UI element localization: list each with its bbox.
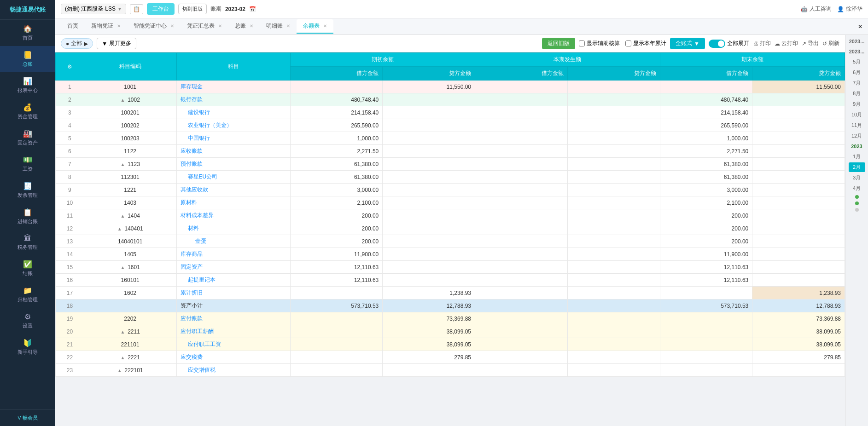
subject-link[interactable]: 银行存款 bbox=[181, 96, 203, 103]
close-voucher-summary-icon[interactable]: ✕ bbox=[218, 23, 222, 29]
ai-consult-button[interactable]: 🤖 人工咨询 bbox=[801, 5, 832, 13]
row-subject[interactable]: 库存商品 bbox=[176, 248, 290, 261]
month-5-button[interactable]: 5月 bbox=[849, 57, 865, 67]
subject-link[interactable]: 其他应收款 bbox=[181, 186, 208, 193]
print-button[interactable]: 🖨 打印 bbox=[753, 40, 771, 47]
row-subject[interactable]: 起提里记本 bbox=[176, 274, 290, 287]
sidebar-item-reports[interactable]: 📊 报表中心 bbox=[0, 72, 55, 98]
row-subject[interactable]: 应付职工薪酬 bbox=[176, 325, 290, 338]
row-subject[interactable]: 中国银行 bbox=[176, 132, 290, 145]
subject-link[interactable]: 应付职工薪酬 bbox=[181, 328, 214, 334]
toggle-expand-group[interactable]: 全部展开 bbox=[709, 40, 749, 48]
row-subject[interactable]: 应交增值税 bbox=[176, 364, 290, 377]
close-balance-icon[interactable]: ✕ bbox=[323, 23, 327, 29]
sidebar-item-ledger[interactable]: 📒 总账 bbox=[0, 46, 55, 72]
month-12-button[interactable]: 12月 bbox=[849, 131, 865, 141]
subject-link[interactable]: 应收账款 bbox=[181, 148, 203, 154]
filter-all-tag[interactable]: ● 全部 ▶ bbox=[61, 38, 93, 49]
yearly-checkbox-input[interactable] bbox=[625, 40, 631, 46]
row-subject[interactable]: 应付职工工资 bbox=[176, 338, 290, 351]
subject-link[interactable]: 原材料 bbox=[181, 199, 197, 206]
subject-link[interactable]: 中国银行 bbox=[188, 135, 210, 141]
subject-link[interactable]: 壹蛋 bbox=[195, 238, 206, 244]
subject-link[interactable]: 材料成本差异 bbox=[181, 212, 214, 219]
subject-link[interactable]: 农业银行（美金） bbox=[188, 122, 232, 128]
subject-link[interactable]: 应交税费 bbox=[181, 354, 203, 360]
month-3-button[interactable]: 3月 bbox=[849, 173, 865, 183]
subject-link[interactable]: 赛星EU公司 bbox=[188, 173, 218, 180]
export-button[interactable]: ↗ 导出 bbox=[802, 40, 819, 47]
tab-balance[interactable]: 余额表 ✕ bbox=[297, 19, 333, 34]
row-subject[interactable]: 银行存款 bbox=[176, 93, 290, 106]
month-7-button[interactable]: 7月 bbox=[849, 78, 865, 88]
sidebar-item-guide[interactable]: 🔰 新手引导 bbox=[0, 334, 55, 360]
sidebar-item-funds[interactable]: 💰 资金管理 bbox=[0, 98, 55, 125]
sidebar-item-home[interactable]: 🏠 首页 bbox=[0, 20, 55, 46]
month-11-button[interactable]: 11月 bbox=[849, 121, 865, 130]
sidebar-item-salary[interactable]: 💵 工资 bbox=[0, 151, 55, 177]
cloud-print-button[interactable]: ☁ 云打印 bbox=[775, 40, 798, 47]
subject-link[interactable]: 库存商品 bbox=[181, 251, 203, 257]
expand-icon[interactable]: ▲ bbox=[120, 162, 126, 167]
subject-link[interactable]: 预付账款 bbox=[181, 161, 203, 167]
row-subject[interactable]: 建设银行 bbox=[176, 106, 290, 119]
tab-smart-voucher[interactable]: 智能凭证中心 ✕ bbox=[127, 19, 181, 34]
row-subject[interactable]: 库存现金 bbox=[176, 81, 290, 93]
sidebar-item-tax[interactable]: 🏛 税务管理 bbox=[0, 230, 55, 255]
user-profile-button[interactable]: 👤 徐泽华 bbox=[837, 5, 862, 13]
workbench-button[interactable]: 工作台 bbox=[147, 3, 175, 15]
tab-voucher-summary[interactable]: 凭证汇总表 ✕ bbox=[181, 19, 228, 34]
member-label[interactable]: V 畅会员 bbox=[0, 409, 55, 426]
sidebar-item-settings[interactable]: ⚙ 设置 bbox=[0, 308, 55, 334]
return-old-version-button[interactable]: 返回旧版 bbox=[542, 38, 575, 49]
subject-link[interactable]: 建设银行 bbox=[188, 109, 210, 115]
row-subject[interactable]: 原材料 bbox=[176, 196, 290, 209]
subject-link[interactable]: 应交增值税 bbox=[188, 367, 216, 373]
toggle-expand-switch[interactable] bbox=[709, 40, 725, 48]
format-button[interactable]: 全账式 ▼ bbox=[670, 38, 705, 49]
subject-link[interactable]: 库存现金 bbox=[181, 83, 203, 90]
sidebar-item-purchase[interactable]: 📋 进销台账 bbox=[0, 203, 55, 230]
tab-ledger[interactable]: 总账 ✕ bbox=[228, 19, 260, 34]
expand-icon[interactable]: ▲ bbox=[117, 226, 123, 231]
month-4-button[interactable]: 4月 bbox=[849, 184, 865, 193]
close-detail-icon[interactable]: ✕ bbox=[286, 23, 290, 29]
row-subject[interactable]: 应收账款 bbox=[176, 145, 290, 158]
sidebar-item-settle[interactable]: ✅ 结账 bbox=[0, 255, 55, 282]
expand-icon[interactable]: ▲ bbox=[117, 368, 123, 373]
subject-link[interactable]: 应付职工工资 bbox=[188, 341, 221, 347]
refresh-button[interactable]: ↺ 刷新 bbox=[822, 40, 839, 47]
sidebar-item-invoice[interactable]: 🧾 发票管理 bbox=[0, 177, 55, 203]
row-subject[interactable]: 材料成本差异 bbox=[176, 209, 290, 222]
subject-link[interactable]: 材料 bbox=[188, 225, 199, 231]
subject-link[interactable]: 应付账款 bbox=[181, 315, 203, 322]
balance-table-container[interactable]: ⚙ 科目编码 科目 期初余额 本期发生额 期末余额 借方金额 贷方金额 借方金额… bbox=[55, 52, 845, 426]
row-subject[interactable]: 农业银行（美金） bbox=[176, 119, 290, 132]
subject-link[interactable]: 累计折旧 bbox=[181, 289, 203, 296]
checkbox-yearly[interactable]: 显示本年累计 bbox=[625, 40, 666, 47]
close-smart-voucher-icon[interactable]: ✕ bbox=[170, 23, 174, 29]
subject-link[interactable]: 起提里记本 bbox=[188, 276, 216, 283]
month-6-button[interactable]: 6月 bbox=[849, 68, 865, 77]
month-9-button[interactable]: 9月 bbox=[849, 99, 865, 109]
close-new-voucher-icon[interactable]: ✕ bbox=[117, 23, 121, 29]
month-10-button[interactable]: 10月 bbox=[849, 110, 865, 120]
row-subject[interactable]: 固定资产 bbox=[176, 261, 290, 274]
tab-detail[interactable]: 明细账 ✕ bbox=[260, 19, 297, 34]
checkbox-auxiliary[interactable]: 显示辅助核算 bbox=[579, 40, 620, 47]
auxiliary-checkbox-input[interactable] bbox=[579, 40, 585, 46]
expand-icon[interactable]: ▲ bbox=[120, 98, 126, 103]
expand-icon[interactable]: ▲ bbox=[120, 329, 126, 334]
row-subject[interactable]: 赛星EU公司 bbox=[176, 171, 290, 184]
sidebar-item-archive[interactable]: 📁 归档管理 bbox=[0, 282, 55, 308]
month-2-button[interactable]: 2月 bbox=[849, 162, 865, 172]
calendar-icon[interactable]: 📅 bbox=[249, 6, 256, 12]
expand-icon[interactable]: ▲ bbox=[120, 265, 126, 270]
month-1-button[interactable]: 1月 bbox=[849, 152, 865, 161]
tab-new-voucher[interactable]: 新增凭证 ✕ bbox=[85, 19, 127, 34]
expand-icon[interactable]: ▲ bbox=[120, 355, 126, 360]
row-subject[interactable]: 壹蛋 bbox=[176, 235, 290, 248]
month-8-button[interactable]: 8月 bbox=[849, 89, 865, 98]
close-all-button[interactable]: ✕ bbox=[858, 23, 862, 30]
close-ledger-icon[interactable]: ✕ bbox=[250, 23, 253, 29]
